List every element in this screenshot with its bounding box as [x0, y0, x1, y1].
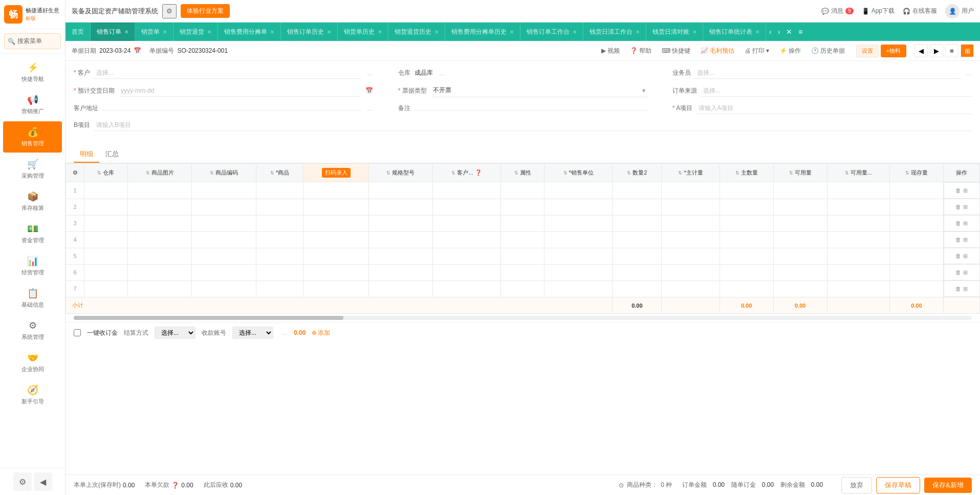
tab-close-all-btn[interactable]: ✕ [783, 23, 795, 41]
cell-main-qty-1[interactable] [720, 182, 773, 199]
cell-scan-6[interactable] [303, 264, 368, 281]
tab-sales-bill[interactable]: 销货单 ✕ [135, 23, 173, 41]
tab-home[interactable]: 首页 [66, 23, 91, 41]
cell-warehouse-7[interactable] [84, 281, 128, 297]
list-view-btn[interactable]: ≡ [945, 44, 959, 57]
cell-available2-3[interactable] [827, 215, 889, 231]
cell-spec-2[interactable] [368, 199, 432, 215]
cell-sku-3[interactable] [192, 215, 256, 231]
cell-sku-4[interactable] [192, 231, 256, 248]
tab-return-history-close[interactable]: ✕ [434, 29, 439, 35]
tab-next-btn[interactable]: › [775, 23, 783, 41]
cell-product-7[interactable] [256, 281, 303, 297]
shortcut-btn[interactable]: ⌨ 快捷键 [659, 46, 693, 56]
account-dots-icon[interactable]: … [281, 329, 288, 336]
sidebar-item-purchase[interactable]: 🛒 采购管理 [3, 154, 62, 185]
cell-available2-2[interactable] [827, 199, 889, 215]
cell-scan-7[interactable] [303, 281, 368, 297]
cell-spec-1[interactable] [368, 182, 432, 199]
cell-main-unit-7[interactable] [662, 281, 720, 297]
grid-view-btn[interactable]: ⊞ [961, 44, 974, 57]
cell-available-1[interactable] [773, 182, 827, 199]
cell-property-3[interactable] [501, 215, 545, 231]
copy-icon-3[interactable]: ⊞ [963, 220, 968, 227]
cell-available2-7[interactable] [827, 281, 889, 297]
topbar-settings-btn[interactable]: ⚙ [162, 4, 177, 18]
cell-available2-5[interactable] [827, 248, 889, 264]
tab-order-workbench-close[interactable]: ✕ [573, 29, 577, 35]
settlement-select[interactable]: 选择... [155, 327, 195, 339]
cell-main-qty-3[interactable] [720, 215, 773, 231]
cell-warehouse-1[interactable] [84, 182, 128, 199]
cell-qty2-5[interactable] [613, 248, 662, 264]
delivery-calendar-icon[interactable]: 📅 [365, 87, 373, 94]
sidebar-item-guide[interactable]: 🧭 新手引导 [3, 379, 62, 411]
cell-current-4[interactable] [889, 231, 943, 248]
add-payment-btn[interactable]: ⊕ 添加 [312, 329, 330, 337]
sidebar-settings-btn[interactable]: ⚙ [13, 472, 32, 491]
cell-sku-5[interactable] [192, 248, 256, 264]
help-btn[interactable]: ❓ 帮助 [627, 46, 655, 56]
cell-spec-3[interactable] [368, 215, 432, 231]
cell-warehouse-4[interactable] [84, 231, 128, 248]
cell-qty2-2[interactable] [613, 199, 662, 215]
app-download-btn[interactable]: 📱 App下载 [862, 7, 895, 15]
cell-available-4[interactable] [773, 231, 827, 248]
copy-icon-1[interactable]: ⊞ [963, 187, 968, 194]
operation-btn[interactable]: ⚡ 操作 [776, 46, 804, 56]
sort-icon-product[interactable]: ⇅ [270, 170, 274, 176]
cell-warehouse-3[interactable] [84, 215, 128, 231]
salesperson-dots-icon[interactable]: … [966, 70, 972, 77]
cell-unit-2[interactable] [545, 199, 613, 215]
cell-spec-4[interactable] [368, 231, 432, 248]
sort-icon-current[interactable]: ⇅ [905, 170, 909, 176]
cell-unit-7[interactable] [545, 281, 613, 297]
cell-qty2-1[interactable] [613, 182, 662, 199]
save-new-btn[interactable]: 保存&新增 [924, 478, 972, 493]
tab-daily-reconcile[interactable]: 钱货日清对账 ✕ [646, 23, 703, 41]
cell-image-3[interactable] [127, 215, 191, 231]
cell-main-unit-4[interactable] [662, 231, 720, 248]
cell-available-7[interactable] [773, 281, 827, 297]
cell-scan-5[interactable] [303, 248, 368, 264]
address-input[interactable] [102, 106, 361, 111]
calendar-icon[interactable]: 📅 [134, 47, 141, 54]
copy-icon-6[interactable]: ⊞ [963, 269, 968, 276]
tab-bill-history-close[interactable]: ✕ [378, 29, 382, 35]
cell-current-5[interactable] [889, 248, 943, 264]
settings-btn[interactable]: 设置 [856, 45, 879, 57]
cell-available-6[interactable] [773, 264, 827, 281]
cell-warehouse-2[interactable] [84, 199, 128, 215]
cell-unit-1[interactable] [545, 182, 613, 199]
account-select[interactable]: 选择... [232, 327, 273, 339]
sort-icon-spec[interactable]: ⇅ [386, 170, 390, 176]
cell-main-qty-4[interactable] [720, 231, 773, 248]
warehouse-dots-icon[interactable]: … [439, 70, 445, 77]
sort-icon-main-qty[interactable]: ⇅ [735, 170, 739, 176]
tab-menu-btn[interactable]: ≡ [795, 23, 805, 41]
cell-current-2[interactable] [889, 199, 943, 215]
address-dots-icon[interactable]: … [367, 105, 373, 112]
delete-icon-3[interactable]: 🗑 [955, 220, 961, 226]
cell-customer-code-4[interactable] [432, 231, 500, 248]
cell-unit-5[interactable] [545, 248, 613, 264]
cell-qty2-7[interactable] [613, 281, 662, 297]
cell-main-qty-7[interactable] [720, 281, 773, 297]
tab-sales-return-close[interactable]: ✕ [207, 29, 211, 35]
cell-product-4[interactable] [256, 231, 303, 248]
cell-unit-6[interactable] [545, 264, 613, 281]
cell-sku-1[interactable] [192, 182, 256, 199]
customer-dots-icon[interactable]: … [367, 70, 373, 77]
cell-image-7[interactable] [127, 281, 191, 297]
history-btn[interactable]: 🕐 历史单据 [808, 46, 848, 56]
cell-image-2[interactable] [127, 199, 191, 215]
cell-available-5[interactable] [773, 248, 827, 264]
cell-available-3[interactable] [773, 215, 827, 231]
delete-icon-7[interactable]: 🗑 [955, 286, 961, 292]
cell-warehouse-5[interactable] [84, 248, 128, 264]
copy-icon-5[interactable]: ⊞ [963, 253, 968, 260]
tab-order-history-close[interactable]: ✕ [327, 29, 331, 35]
sort-icon-main-unit[interactable]: ⇅ [678, 170, 682, 176]
view-btn[interactable]: ▶ 视频 [598, 46, 623, 56]
tab-detail[interactable]: 明细 [74, 146, 99, 163]
